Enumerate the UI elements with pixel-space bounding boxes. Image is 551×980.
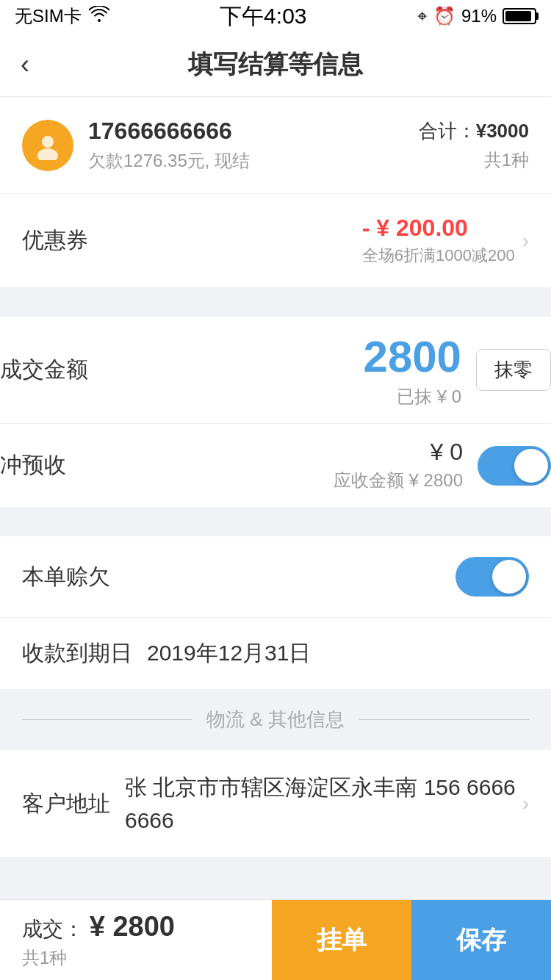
prepay-label: 冲预收 xyxy=(0,450,66,480)
alarm-icon: ⏰ xyxy=(433,6,455,26)
prepay-receivable: 应收金额 ¥ 2800 xyxy=(334,469,463,492)
status-left: 无SIM卡 xyxy=(15,4,109,28)
deal-right: 2800 已抹 ¥ 0 抹零 xyxy=(364,331,551,408)
customer-row: 17666666666 欠款1276.35元, 现结 合计：¥3000 共1种 xyxy=(0,97,551,193)
prepay-values: ¥ 0 应收金额 ¥ 2800 xyxy=(334,439,463,492)
total-label: 合计：¥3000 xyxy=(419,118,529,144)
due-label: 收款到期日 xyxy=(22,638,132,669)
divider-1 xyxy=(0,302,551,317)
svg-point-1 xyxy=(37,148,58,160)
coupon-row[interactable]: 优惠券 - ¥ 200.00 全场6折满1000减200 › xyxy=(0,193,551,287)
wifi-icon xyxy=(89,6,109,26)
bottom-bar: 成交： ¥ 2800 共1种 挂单 保存 xyxy=(0,899,551,980)
deal-value-group: 2800 已抹 ¥ 0 xyxy=(364,331,461,408)
bottom-summary: 成交： ¥ 2800 共1种 xyxy=(0,911,272,970)
deal-amount-row: 成交金额 2800 已抹 ¥ 0 抹零 xyxy=(0,317,551,423)
round-button[interactable]: 抹零 xyxy=(476,349,551,391)
battery-icon xyxy=(503,8,536,24)
bottom-count: 共1种 xyxy=(22,946,250,970)
customer-phone: 17666666666 xyxy=(88,118,250,145)
battery-percent: 91% xyxy=(461,6,497,26)
address-label: 客户地址 xyxy=(22,789,110,819)
customer-right: 合计：¥3000 共1种 xyxy=(419,118,529,172)
deal-value: 2800 xyxy=(364,331,461,382)
debt-row: 本单赊欠 xyxy=(0,536,551,618)
prepay-amount: ¥ 0 xyxy=(334,439,463,466)
customer-info: 17666666666 欠款1276.35元, 现结 xyxy=(88,118,250,173)
deal-label: 成交金额 xyxy=(0,355,88,385)
back-button[interactable]: ‹ xyxy=(21,49,29,80)
status-right: ⌖ ⏰ 91% xyxy=(417,6,536,26)
svg-point-0 xyxy=(42,136,54,148)
bottom-deal-value: ¥ 2800 xyxy=(90,911,175,942)
save-button[interactable]: 保存 xyxy=(411,900,551,981)
status-time: 下午4:03 xyxy=(220,1,306,32)
logistics-line-left xyxy=(22,719,192,720)
nav-bar: ‹ 填写结算等信息 xyxy=(0,32,551,97)
toggle-knob xyxy=(514,449,548,483)
prepay-row: 冲预收 ¥ 0 应收金额 ¥ 2800 xyxy=(0,423,551,507)
deal-sub: 已抹 ¥ 0 xyxy=(364,385,461,408)
customer-left: 17666666666 欠款1276.35元, 现结 xyxy=(22,118,250,173)
due-date-value: 2019年12月31日 xyxy=(147,638,311,669)
amount-section: 成交金额 2800 已抹 ¥ 0 抹零 冲预收 ¥ 0 应收金额 ¥ 2800 xyxy=(0,317,551,507)
due-date-row: 收款到期日 2019年12月31日 xyxy=(0,618,551,689)
bottom-deal-row: 成交： ¥ 2800 xyxy=(22,911,250,943)
debt-toggle-knob xyxy=(492,560,526,594)
prepay-right: ¥ 0 应收金额 ¥ 2800 xyxy=(334,439,551,492)
page-title: 填写结算等信息 xyxy=(188,48,363,82)
coupon-info: - ¥ 200.00 全场6折满1000减200 xyxy=(362,215,515,267)
logistics-line-right xyxy=(359,719,529,720)
address-chevron-icon: › xyxy=(522,792,529,815)
avatar xyxy=(22,120,73,171)
logistics-divider: 物流 & 其他信息 xyxy=(0,689,551,750)
no-sim-text: 无SIM卡 xyxy=(15,4,82,28)
coupon-label: 优惠券 xyxy=(22,226,88,256)
status-bar: 无SIM卡 下午4:03 ⌖ ⏰ 91% xyxy=(0,0,551,32)
coupon-chevron-icon: › xyxy=(522,229,529,253)
coupon-discount: - ¥ 200.00 xyxy=(362,215,515,242)
divider-2 xyxy=(0,522,551,536)
address-content: 张 北京市市辖区海淀区永丰南 156 6666 6666 xyxy=(125,771,522,837)
debt-toggle[interactable] xyxy=(455,557,529,597)
address-row[interactable]: 客户地址 张 北京市市辖区海淀区永丰南 156 6666 6666 › xyxy=(0,750,551,857)
debt-label: 本单赊欠 xyxy=(22,562,110,592)
coupon-desc: 全场6折满1000减200 xyxy=(362,245,515,267)
pending-button[interactable]: 挂单 xyxy=(272,900,411,981)
bottom-deal-label: 成交： xyxy=(22,918,84,940)
logistics-label: 物流 & 其他信息 xyxy=(206,707,345,732)
total-count: 共1种 xyxy=(419,148,529,172)
customer-sub: 欠款1276.35元, 现结 xyxy=(88,149,250,173)
prepay-toggle[interactable] xyxy=(478,446,551,486)
customer-section: 17666666666 欠款1276.35元, 现结 合计：¥3000 共1种 … xyxy=(0,97,551,287)
location-icon: ⌖ xyxy=(417,6,428,26)
coupon-right: - ¥ 200.00 全场6折满1000减200 › xyxy=(362,215,529,267)
